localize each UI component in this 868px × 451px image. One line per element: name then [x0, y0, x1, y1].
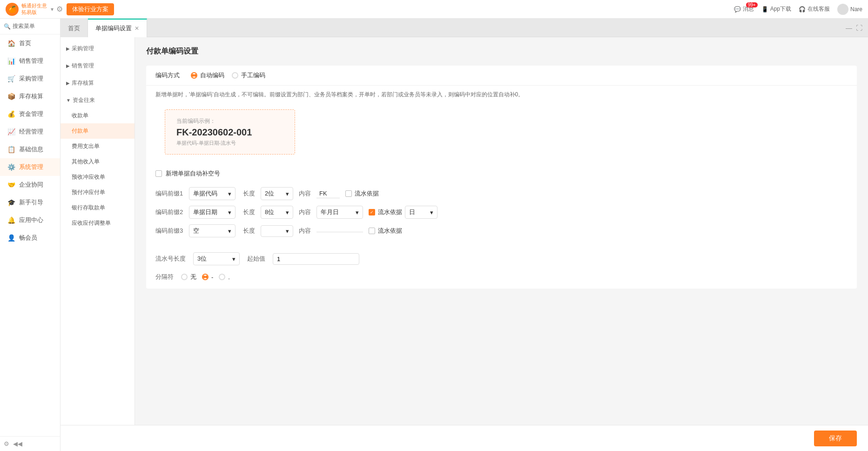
- prefix3-length-select[interactable]: [261, 225, 293, 237]
- sidebar-item-label: 销售管理: [19, 57, 43, 65]
- prefix3-stream-label: 流水依据: [378, 227, 402, 235]
- separator-options: 无 - .: [181, 273, 230, 281]
- sub-item-adjustment[interactable]: 应收应付调整单: [61, 215, 135, 231]
- prefix2-length-select[interactable]: 8位: [261, 206, 293, 219]
- sub-header-label: 资金往来: [73, 96, 95, 104]
- app-download-button[interactable]: 📱 App下载: [761, 5, 791, 13]
- encoding-method-row: 编码方式 自动编码 手工编码: [146, 66, 857, 86]
- serial-length-label: 流水号长度: [155, 255, 186, 263]
- prefix3-length-label: 长度: [243, 227, 255, 235]
- trial-button[interactable]: 体验行业方案: [67, 3, 114, 15]
- auto-encoding-radio[interactable]: 自动编码: [191, 71, 224, 80]
- sidebar-settings-icon[interactable]: ⚙: [4, 440, 9, 447]
- sidebar-item-basic[interactable]: 📋 基础信息: [0, 141, 60, 158]
- sub-item-receipts[interactable]: 收款单: [61, 108, 135, 123]
- message-button[interactable]: 💬 消息 99+: [734, 5, 754, 13]
- bottom-bar: 保存: [61, 425, 868, 451]
- sub-item-prepay-receivable[interactable]: 预收冲应收单: [61, 169, 135, 185]
- sidebar-item-operations[interactable]: 📈 经营管理: [0, 123, 60, 141]
- sidebar-item-label: 企业协同: [19, 181, 43, 189]
- sub-item-payments[interactable]: 付款单: [61, 123, 135, 139]
- auto-fill-checkbox[interactable]: [155, 170, 162, 177]
- sidebar-item-label: 首页: [19, 39, 31, 47]
- sep-none-radio[interactable]: 无: [181, 273, 196, 281]
- prefix1-length-select[interactable]: 2位: [261, 187, 293, 200]
- prefix3-stream-checkbox[interactable]: [369, 228, 375, 234]
- sep-dash-radio[interactable]: .: [219, 274, 230, 281]
- sub-item-prepay-payable[interactable]: 预付冲应付单: [61, 185, 135, 200]
- sub-group-purchase: ▶ 采购管理: [61, 41, 135, 56]
- sidebar-item-home[interactable]: 🏠 首页: [0, 34, 60, 52]
- manual-encoding-radio[interactable]: 手工编码: [232, 71, 265, 80]
- sales-icon: 📊: [7, 57, 15, 65]
- prefix2-stream-unit-select[interactable]: 日: [405, 206, 437, 219]
- sidebar-item-label: 基础信息: [19, 145, 43, 154]
- logo-icon: 🍊: [6, 3, 19, 16]
- tab-close-icon[interactable]: ✕: [135, 25, 139, 32]
- sub-header-purchase[interactable]: ▶ 采购管理: [61, 41, 135, 56]
- search-label: 搜索菜单: [13, 22, 35, 30]
- sep-dot-radio[interactable]: -: [202, 274, 213, 281]
- prefix2-select[interactable]: 单据日期: [189, 206, 236, 219]
- page-title: 付款单编码设置: [146, 47, 857, 56]
- settings-icon[interactable]: ⚙: [56, 5, 63, 13]
- sidebar-item-label: 畅会员: [19, 234, 37, 242]
- prefix3-select[interactable]: 空: [189, 224, 236, 237]
- prefix1-select[interactable]: 单据代码: [189, 187, 236, 200]
- sub-header-sales[interactable]: ▶ 销售管理: [61, 58, 135, 74]
- sidebar-item-enterprise[interactable]: 🤝 企业协同: [0, 176, 60, 194]
- tab-minimize-icon[interactable]: —: [846, 24, 852, 32]
- sub-header-capital[interactable]: ▼ 资金往来: [61, 93, 135, 108]
- sidebar-item-apps[interactable]: 🔔 应用中心: [0, 211, 60, 229]
- sidebar-item-system[interactable]: ⚙️ 系统管理: [0, 158, 60, 176]
- prefix2-stream-checkbox[interactable]: ✓: [369, 209, 375, 215]
- sub-group-sales: ▶ 销售管理: [61, 58, 135, 74]
- tab-home[interactable]: 首页: [61, 19, 88, 37]
- sidebar-item-sales[interactable]: 📊 销售管理: [0, 52, 60, 70]
- arrow-down-icon: ▼: [66, 98, 71, 103]
- preview-box: 当前编码示例： FK-20230602-001 单据代码-单据日期-流水号: [165, 109, 295, 155]
- user-name: Nare: [850, 6, 862, 13]
- guide-icon: 🎓: [7, 199, 15, 206]
- prefix2-content-label: 内容: [299, 208, 311, 216]
- serial-row: 流水号长度 3位 起始值: [146, 250, 857, 271]
- member-icon: 👤: [7, 234, 15, 242]
- sub-header-inventory[interactable]: ▶ 库存核算: [61, 75, 135, 91]
- sub-item-bank-deposit[interactable]: 银行存取款单: [61, 200, 135, 215]
- sidebar-search[interactable]: 🔍 搜索菜单: [0, 19, 60, 34]
- chevron-down-icon: [228, 228, 231, 235]
- sub-group-inventory: ▶ 库存核算: [61, 75, 135, 91]
- prefix1-content-value: FK: [316, 189, 340, 198]
- sidebar-item-label: 系统管理: [19, 163, 43, 171]
- topbar-arrow-icon[interactable]: ▾: [51, 6, 54, 13]
- sidebar-item-label: 应用中心: [19, 216, 43, 224]
- manual-radio-circle: [232, 72, 238, 79]
- tab-encoding-settings[interactable]: 单据编码设置 ✕: [88, 19, 147, 37]
- sidebar-item-guide[interactable]: 🎓 新手引导: [0, 194, 60, 211]
- avatar: [837, 4, 848, 15]
- encoding-label: 编码方式: [155, 71, 180, 80]
- online-service-button[interactable]: 🎧 在线客服: [799, 5, 830, 13]
- tab-maximize-icon[interactable]: ⛶: [856, 24, 862, 32]
- chevron-down-icon: [228, 209, 231, 216]
- sidebar-item-member[interactable]: 👤 畅会员: [0, 229, 60, 247]
- tabbar: 首页 单据编码设置 ✕ — ⛶: [61, 19, 868, 37]
- save-button[interactable]: 保存: [814, 431, 857, 446]
- prefix2-content-select[interactable]: 年月日: [316, 206, 363, 219]
- sidebar-item-purchase[interactable]: 🛒 采购管理: [0, 70, 60, 88]
- user-profile[interactable]: Nare: [837, 4, 862, 15]
- sidebar-item-label: 库存核算: [19, 92, 43, 101]
- prefix3-content-value: [316, 230, 363, 232]
- serial-start-input[interactable]: [273, 253, 359, 265]
- sub-item-other-income[interactable]: 其他收入单: [61, 154, 135, 169]
- sub-item-expenses[interactable]: 费用支出单: [61, 139, 135, 154]
- basic-icon: 📋: [7, 146, 15, 153]
- sidebar-collapse-icon[interactable]: ◀◀: [13, 440, 22, 447]
- sidebar-item-inventory[interactable]: 📦 库存核算: [0, 88, 60, 105]
- prefix1-stream-area: 流水依据: [345, 189, 379, 198]
- chevron-down-icon: [286, 190, 289, 197]
- serial-length-select[interactable]: 3位: [193, 252, 240, 265]
- prefix1-stream-checkbox[interactable]: [345, 190, 352, 197]
- prefix1-label: 编码前缀1: [155, 189, 183, 198]
- sidebar-item-finance[interactable]: 💰 资金管理: [0, 105, 60, 123]
